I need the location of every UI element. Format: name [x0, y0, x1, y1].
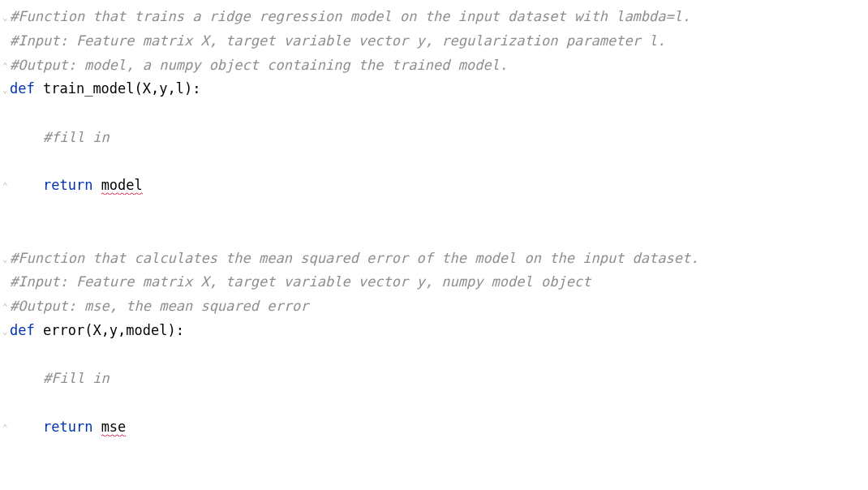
- blank-line: [10, 198, 868, 222]
- code-line: #fill in: [10, 126, 868, 150]
- params: (X,y,model):: [84, 322, 184, 338]
- code-line: #Input: Feature matrix X, target variabl…: [10, 270, 868, 294]
- code-line: #Input: Feature matrix X, target variabl…: [10, 29, 868, 54]
- function-name: error: [43, 322, 84, 338]
- comment-text: #Input: Feature matrix X, target variabl…: [10, 273, 591, 290]
- comment-text: #fill in: [43, 129, 110, 145]
- blank-line: [10, 150, 868, 174]
- return-identifier: model: [101, 177, 143, 193]
- comment-text: #Function that calculates the mean squar…: [10, 250, 699, 266]
- fold-indicator-icon: ⌃: [2, 62, 8, 71]
- return-identifier: mse: [101, 419, 127, 435]
- code-editor-area: ⌄#Function that trains a ridge regressio…: [10, 5, 868, 440]
- comment-text: #Output: mse, the mean squared error: [10, 298, 308, 314]
- comment-text: #Input: Feature matrix X, target variabl…: [10, 32, 666, 49]
- code-line: ⌃ return mse: [10, 415, 868, 440]
- fold-indicator-icon: ⌄: [2, 13, 8, 22]
- code-line: ⌄#Function that trains a ridge regressio…: [10, 5, 868, 29]
- code-line: ⌄def error(X,y,model):: [10, 319, 868, 343]
- blank-line: [10, 222, 868, 247]
- params: (X,y,l):: [135, 80, 201, 97]
- fold-indicator-icon: ⌃: [2, 182, 8, 191]
- def-keyword: def: [10, 322, 35, 338]
- blank-line: [10, 343, 868, 368]
- comment-text: #Output: model, a numpy object containin…: [10, 57, 508, 73]
- code-line: ⌃#Output: mse, the mean squared error: [10, 294, 868, 319]
- def-keyword: def: [10, 80, 35, 97]
- return-keyword: return: [43, 177, 92, 193]
- comment-text: #Function that trains a ridge regression…: [10, 8, 690, 24]
- fold-indicator-icon: ⌃: [2, 423, 8, 432]
- fold-indicator-icon: ⌄: [2, 327, 8, 336]
- function-name: train_model: [43, 80, 135, 97]
- fold-indicator-icon: ⌄: [2, 85, 8, 94]
- code-line: #Fill in: [10, 367, 868, 391]
- fold-indicator-icon: ⌄: [2, 255, 8, 264]
- code-line: ⌄def train_model(X,y,l):: [10, 77, 868, 101]
- code-line: ⌃#Output: model, a numpy object containi…: [10, 54, 868, 78]
- blank-line: [10, 391, 868, 415]
- code-line: ⌃ return model: [10, 174, 868, 198]
- return-keyword: return: [43, 419, 92, 435]
- blank-line: [10, 101, 868, 126]
- fold-indicator-icon: ⌃: [2, 303, 8, 312]
- code-line: ⌄#Function that calculates the mean squa…: [10, 247, 868, 271]
- comment-text: #Fill in: [43, 370, 110, 386]
